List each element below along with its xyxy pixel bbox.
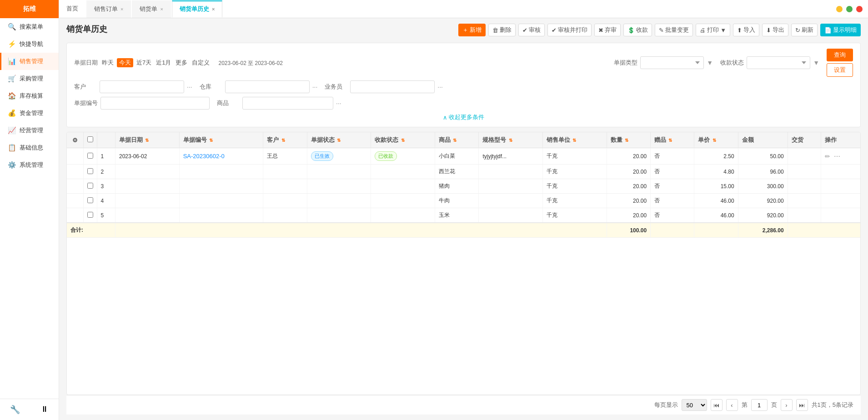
sidebar-item-inventory[interactable]: 🏠 库存核算 [0, 87, 59, 105]
paystatus-dots[interactable]: ▼ [813, 59, 819, 66]
col-doc-date[interactable]: 单据日期 ⇅ [115, 132, 179, 148]
date-yesterday[interactable]: 昨天 [100, 58, 115, 67]
row-checkbox[interactable] [87, 153, 93, 159]
table-cell: 46.00 [694, 208, 738, 223]
goods-dots[interactable]: ··· [336, 100, 341, 107]
action-icon[interactable]: ✏ [825, 153, 830, 160]
customer-dots[interactable]: ··· [187, 83, 192, 90]
tab-sales-history[interactable]: 销货单历史 × [172, 0, 222, 18]
select-all-checkbox[interactable] [87, 136, 93, 142]
tab-sales-order-close[interactable]: × [120, 6, 123, 12]
col-gift[interactable]: 赠品 ⇅ [651, 132, 694, 148]
window-minimize-btn[interactable] [836, 6, 843, 12]
date-range-area: 2023-06-02 至 2023-06-02 [218, 59, 607, 67]
tab-sales-goods-close[interactable]: × [160, 6, 163, 12]
col-unit[interactable]: 销售单位 ⇅ [543, 132, 607, 148]
sidebar-item-search-menu[interactable]: 🔍 搜索菜单 [0, 18, 59, 35]
table-cell: 15.00 [694, 179, 738, 194]
goods-input[interactable] [242, 97, 333, 110]
warehouse-dots[interactable]: ··· [312, 83, 318, 90]
show-detail-button[interactable]: 📄 显示明细 [820, 24, 861, 36]
window-maximize-btn[interactable] [846, 6, 853, 12]
delete-button[interactable]: 🗑 删除 [488, 24, 516, 36]
col-price[interactable]: 单价 ⇅ [694, 132, 738, 148]
prev-page-btn[interactable]: ‹ [726, 399, 738, 411]
sidebar-item-purchase-mgmt[interactable]: 🛒 采购管理 [0, 70, 59, 87]
tab-sales-history-close[interactable]: × [212, 6, 215, 12]
refresh-button[interactable]: ↻ 刷新 [791, 24, 818, 36]
gear-icon[interactable]: ⚙ [72, 137, 78, 144]
sidebar-item-sales-mgmt[interactable]: 📊 销售管理 [0, 53, 59, 70]
col-doc-no[interactable]: 单据编号 ⇅ [179, 132, 263, 148]
date-today[interactable]: 今天 [117, 58, 133, 67]
staff-input[interactable] [350, 80, 435, 93]
audit-print-button[interactable]: ✔ 审核并打印 [547, 24, 592, 36]
paystatus-select[interactable] [747, 56, 810, 69]
row-checkbox[interactable] [87, 168, 93, 174]
date-1month[interactable]: 近1月 [155, 58, 172, 67]
new-button[interactable]: ＋ 新增 [458, 24, 486, 36]
import-icon: ⬆ [737, 27, 742, 34]
sidebar-item-quick-nav[interactable]: ⚡ 快捷导航 [0, 35, 59, 53]
table-row: 2西兰花千克20.00否4.8096.00 [67, 165, 860, 179]
customer-input[interactable] [100, 80, 184, 93]
window-close-btn[interactable] [856, 6, 863, 12]
doc-no-link[interactable]: SA-20230602-0 [183, 153, 225, 160]
row-checkbox[interactable] [87, 212, 93, 218]
summary-empty4 [788, 223, 860, 238]
col-goods[interactable]: 商品 ⇅ [435, 132, 479, 148]
date-7days[interactable]: 近7天 [135, 58, 153, 67]
date-custom[interactable]: 自定义 [191, 58, 211, 67]
docno-label: 单据编号 [74, 99, 98, 107]
settings-bottom-icon[interactable]: 🔧 [10, 405, 20, 415]
col-rownum [97, 132, 115, 148]
table-cell [115, 179, 179, 194]
col-qty[interactable]: 数量 ⇅ [607, 132, 650, 148]
first-page-btn[interactable]: ⏮ [711, 399, 722, 411]
row-checkbox[interactable] [87, 197, 93, 203]
sidebar-item-finance[interactable]: 💰 资金管理 [0, 105, 59, 122]
sort-doc-status-icon: ⇅ [337, 138, 341, 143]
set-button[interactable]: 设置 [827, 63, 853, 77]
collapse-btn[interactable]: ∧ 收起更多条件 [443, 113, 484, 121]
abandon-button[interactable]: ✖ 弃审 [594, 24, 621, 36]
filter-goods-group: 商品 ··· [217, 97, 341, 110]
col-customer[interactable]: 客户 ⇅ [263, 132, 307, 148]
tab-home[interactable]: 首页 [59, 0, 85, 18]
row-checkbox[interactable] [87, 183, 93, 189]
date-more[interactable]: 更多 [174, 58, 189, 67]
doctype-select[interactable] [640, 56, 704, 69]
sidebar-item-ops[interactable]: 📈 经营管理 [0, 122, 59, 139]
col-pay-status[interactable]: 收款状态 ⇅ [371, 132, 435, 148]
page-size-select[interactable]: 50 10 20 100 [682, 399, 707, 411]
import-button[interactable]: ⬆ 导入 [733, 24, 759, 36]
staff-dots[interactable]: ··· [437, 83, 443, 90]
page-num-input[interactable] [751, 399, 768, 411]
docno-input[interactable] [100, 97, 210, 110]
col-delivery: 交货 [788, 132, 821, 148]
table-cell: ✏⋯ [821, 148, 860, 165]
audit-button[interactable]: ✔ 审核 [518, 24, 545, 36]
next-page-btn[interactable]: › [781, 399, 793, 411]
table-cell [788, 194, 821, 208]
doctype-dots[interactable]: ▼ [707, 59, 713, 66]
col-spec[interactable]: 规格型号 ⇅ [479, 132, 543, 148]
query-button[interactable]: 查询 [827, 49, 853, 61]
collect-button[interactable]: 💲 收款 [623, 24, 652, 36]
batch-change-button[interactable]: ✎ 批量变更 [655, 24, 693, 36]
pause-bottom-icon[interactable]: ⏸ [40, 405, 49, 415]
table-cell: 西兰花 [435, 165, 479, 179]
new-icon: ＋ [462, 26, 468, 34]
tab-sales-goods[interactable]: 销货单 × [132, 0, 171, 18]
sidebar-item-basic-info[interactable]: 📋 基础信息 [0, 139, 59, 156]
table-cell: 已生效 [307, 148, 371, 165]
sidebar-item-system[interactable]: ⚙️ 系统管理 [0, 156, 59, 174]
action-icon[interactable]: ⋯ [834, 153, 840, 160]
last-page-btn[interactable]: ⏭ [796, 399, 808, 411]
print-button[interactable]: 🖨 打印 ▼ [696, 24, 730, 36]
tab-sales-order[interactable]: 销售订单 × [86, 0, 131, 18]
col-doc-status[interactable]: 单据状态 ⇅ [307, 132, 371, 148]
toolbar: ＋ 新增 🗑 删除 ✔ 审核 ✔ 审核并打印 ✖ 弃审 [458, 24, 861, 36]
warehouse-input[interactable] [225, 80, 310, 93]
export-button[interactable]: ⬇ 导出 [762, 24, 788, 36]
